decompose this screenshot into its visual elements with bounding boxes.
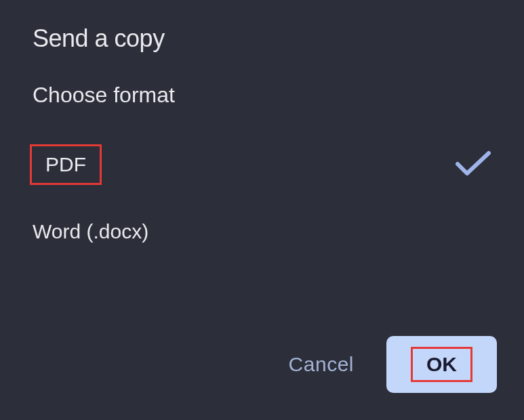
- option-word[interactable]: Word (.docx): [22, 203, 502, 261]
- ok-button[interactable]: OK: [386, 336, 497, 393]
- ok-button-label: OK: [426, 353, 457, 375]
- choose-format-label: Choose format: [0, 69, 524, 127]
- dialog-actions: Cancel OK: [289, 336, 497, 393]
- option-pdf[interactable]: PDF: [22, 127, 502, 203]
- checkmark-icon: [455, 149, 491, 180]
- dialog-title: Send a copy: [0, 0, 524, 69]
- format-options: PDF Word (.docx): [0, 127, 524, 261]
- option-label-pdf: PDF: [45, 153, 86, 175]
- cancel-button[interactable]: Cancel: [289, 353, 354, 376]
- option-label-word: Word (.docx): [33, 220, 148, 243]
